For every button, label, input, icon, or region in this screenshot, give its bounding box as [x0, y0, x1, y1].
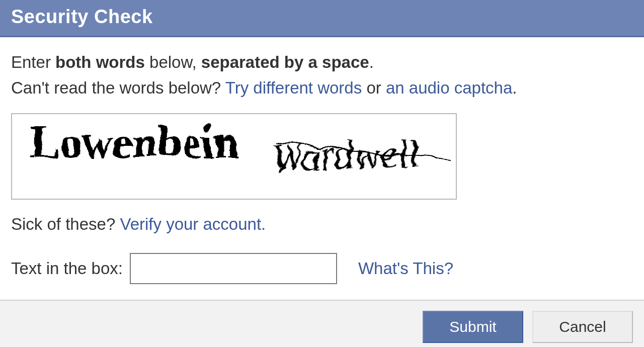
- dialog-footer: Submit Cancel: [0, 300, 644, 347]
- dialog-title: Security Check: [11, 6, 633, 28]
- instruction-bold-2: separated by a space: [201, 53, 369, 71]
- sick-prefix: Sick of these?: [11, 215, 120, 233]
- verify-account-link[interactable]: Verify your account.: [120, 215, 266, 233]
- cant-read-text: Can't read the words below?: [11, 78, 225, 97]
- cancel-button[interactable]: Cancel: [532, 311, 633, 343]
- sick-of-these-line: Sick of these? Verify your account.: [11, 215, 633, 234]
- instructions-line-1: Enter both words below, separated by a s…: [11, 51, 633, 74]
- captcha-input-label: Text in the box:: [11, 259, 123, 278]
- dialog-header: Security Check: [0, 0, 644, 37]
- captcha-input-row: Text in the box: What's This?: [11, 253, 633, 284]
- instruction-bold-1: both words: [55, 53, 145, 71]
- try-different-words-link[interactable]: Try different words: [225, 78, 362, 97]
- instruction-mid: below,: [145, 53, 201, 71]
- captcha-image: Lowenbein Wardwell: [11, 113, 457, 200]
- whats-this-link[interactable]: What's This?: [358, 259, 453, 278]
- captcha-input[interactable]: [130, 253, 337, 284]
- instruction-suffix: .: [369, 53, 374, 71]
- instruction-text: Enter: [11, 53, 55, 71]
- or-text: or: [362, 78, 386, 97]
- instructions-line-2: Can't read the words below? Try differen…: [11, 77, 633, 100]
- audio-captcha-link[interactable]: an audio captcha: [386, 78, 512, 97]
- captcha-distorted-text: Lowenbein Wardwell: [17, 116, 451, 197]
- captcha-word-1: Lowenbein: [28, 116, 237, 165]
- submit-button[interactable]: Submit: [423, 311, 523, 343]
- period: .: [512, 78, 517, 97]
- dialog-body: Enter both words below, separated by a s…: [0, 37, 644, 293]
